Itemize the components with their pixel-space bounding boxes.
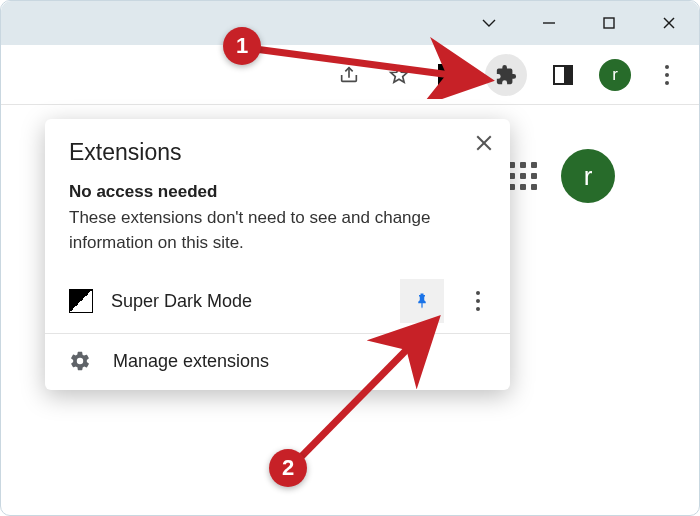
maximize-icon xyxy=(602,16,616,30)
gear-icon xyxy=(69,350,91,372)
star-icon xyxy=(388,64,410,86)
profile-initial: r xyxy=(612,65,618,85)
extension-menu-button[interactable] xyxy=(462,291,494,311)
window-close-button[interactable] xyxy=(639,1,699,45)
share-button[interactable] xyxy=(335,61,363,89)
chevron-down-icon xyxy=(480,14,498,32)
manage-extensions-button[interactable]: Manage extensions xyxy=(45,334,510,390)
popup-description: These extensions don't need to see and c… xyxy=(45,206,510,271)
svg-rect-1 xyxy=(604,18,614,28)
puzzle-icon xyxy=(495,64,517,86)
extensions-button[interactable] xyxy=(485,54,527,96)
pin-button[interactable] xyxy=(400,279,444,323)
profile-initial-large: r xyxy=(584,161,593,192)
pin-icon xyxy=(413,292,431,310)
title-bar xyxy=(1,1,699,45)
close-icon xyxy=(661,15,677,31)
profile-avatar-large[interactable]: r xyxy=(561,149,615,203)
minimize-icon xyxy=(541,15,557,31)
bookmark-button[interactable] xyxy=(385,61,413,89)
extensions-popup: Extensions No access needed These extens… xyxy=(45,119,510,390)
profile-avatar-small[interactable]: r xyxy=(599,59,631,91)
vertical-dots-icon xyxy=(665,65,669,85)
popup-close-button[interactable] xyxy=(472,131,496,155)
extension-name[interactable]: Super Dark Mode xyxy=(111,291,382,312)
annotation-badge-1: 1 xyxy=(223,27,261,65)
svg-marker-5 xyxy=(391,66,408,82)
side-panel-icon xyxy=(553,65,573,85)
maximize-button[interactable] xyxy=(579,1,639,45)
tab-search-button[interactable] xyxy=(459,1,519,45)
super-dark-mode-icon xyxy=(438,64,460,86)
manage-extensions-label: Manage extensions xyxy=(113,351,269,372)
side-panel-button[interactable] xyxy=(549,61,577,89)
popup-subheading: No access needed xyxy=(45,182,510,206)
google-apps-button[interactable] xyxy=(509,162,537,190)
minimize-button[interactable] xyxy=(519,1,579,45)
annotation-badge-2: 2 xyxy=(269,449,307,487)
app-window: r r Extensions No access needed These ex… xyxy=(0,0,700,516)
super-dark-mode-icon xyxy=(69,289,93,313)
share-icon xyxy=(338,64,360,86)
extension-row: Super Dark Mode xyxy=(45,271,510,333)
page-content: r xyxy=(489,131,699,221)
browser-toolbar: r xyxy=(1,45,699,105)
vertical-dots-icon xyxy=(476,291,480,311)
close-icon xyxy=(475,134,493,152)
browser-menu-button[interactable] xyxy=(653,61,681,89)
popup-title: Extensions xyxy=(45,139,510,182)
dark-mode-extension-icon[interactable] xyxy=(435,61,463,89)
